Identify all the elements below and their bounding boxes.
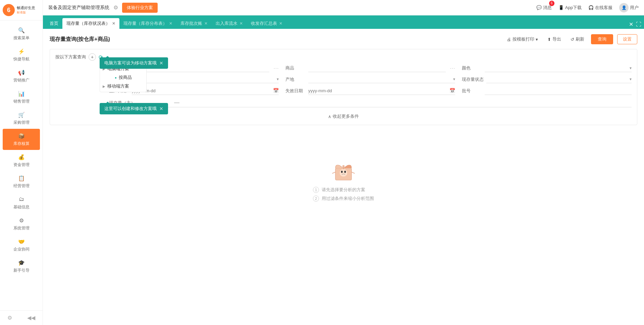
- empty-tips: 1 请先选择要分析的方案 2 用过滤条件来缩小分析范围: [313, 187, 374, 202]
- message-badge: 6: [549, 1, 554, 6]
- size-select[interactable]: ▾: [132, 75, 279, 83]
- sidebar-item-sysconfig[interactable]: ⚙ 系统管理: [0, 213, 43, 234]
- page-title-bar: 现存量查询(按仓库+商品) 🖨 按模板打印 ▾ ⬆ 导出 ↺ 刷新: [50, 34, 637, 44]
- sidebar-item-finance[interactable]: 💰 资金管理: [0, 150, 43, 171]
- tab-inventory-status[interactable]: 现存量（库存状况表） ✕: [62, 18, 119, 29]
- svg-point-5: [343, 165, 344, 167]
- print-dropdown-icon: ▾: [536, 37, 538, 42]
- tab-close-collect-summary[interactable]: ✕: [279, 21, 282, 26]
- app-download-button[interactable]: 📱 App下载: [558, 5, 582, 11]
- filter-header-label: 按以下方案查询: [55, 54, 86, 60]
- goods-input[interactable]: [308, 64, 446, 72]
- tab-home[interactable]: 首页: [46, 18, 62, 29]
- origin-select-arrow: ▾: [453, 77, 455, 82]
- page-inner: 现存量查询(按仓库+商品) 🖨 按模板打印 ▾ ⬆ 导出 ↺ 刷新: [43, 29, 644, 325]
- tab-close-inventory-dist[interactable]: ✕: [169, 21, 172, 26]
- color-select[interactable]: ▾: [485, 64, 632, 72]
- batch-input[interactable]: [485, 87, 632, 95]
- app-download-icon: 📱: [558, 5, 564, 10]
- sidebar-item-sales[interactable]: 📊 销售管理: [0, 87, 43, 108]
- tab-close-inout-flow[interactable]: ✕: [239, 21, 243, 26]
- tab-batch-ledger[interactable]: 库存批次账 ✕: [176, 18, 212, 29]
- sidebar-collapse-icon[interactable]: ◀◀: [27, 315, 35, 321]
- tab-close-batch-ledger[interactable]: ✕: [204, 21, 208, 26]
- main-area: 装备及固定资产辅助管理系统 ⚙ 体验行业方案 💬 6 消息 📱 App下载 🎧 …: [43, 0, 644, 325]
- header-left: 装备及固定资产辅助管理系统 ⚙ 体验行业方案: [48, 3, 158, 13]
- sidebar-item-basicinfo[interactable]: 🗂 基础信息: [0, 192, 43, 213]
- inventory-range-input: —: [138, 98, 632, 107]
- tip-num-2: 2: [313, 196, 319, 202]
- filter-row-color: 颜色 ▾: [462, 64, 632, 72]
- sidebar-item-inventory[interactable]: 📦 库存核算: [3, 129, 40, 150]
- tab-collect-summary[interactable]: 收发存汇总表 ✕: [247, 18, 286, 29]
- export-button[interactable]: ⬆ 导出: [545, 35, 564, 44]
- filter-fields-wrapper: 仓库 ⋯ 商品 ⋯ 颜色 ▾: [109, 64, 632, 107]
- scheme-tooltip1-close[interactable]: ✕: [159, 60, 163, 66]
- sidebar-nav: 🔍 搜索菜单 ⚡ 快捷导航 📢 营销推广 📊 销售管理 🛒 采购管理 📦 库存核…: [0, 20, 43, 310]
- expire-date-input[interactable]: [308, 88, 449, 93]
- print-button[interactable]: 🖨 按模板打印 ▾: [504, 35, 541, 44]
- scheme-tooltip2-wrapper: 这里可以创建和修改方案哦 ✕: [100, 103, 168, 114]
- empty-state: 1 请先选择要分析的方案 2 用过滤条件来缩小分析范围: [50, 129, 637, 228]
- scheme-tree-mobile[interactable]: ▶ 移动端方案: [100, 82, 146, 91]
- settings-icon[interactable]: ⚙: [113, 4, 118, 11]
- tab-maximize[interactable]: ⛶: [636, 21, 641, 28]
- produce-date-calendar-icon[interactable]: 📅: [273, 88, 279, 93]
- inv-status-select[interactable]: ▾: [486, 75, 632, 83]
- tab-inventory-dist[interactable]: 现存量（库存分布表） ✕: [119, 18, 176, 29]
- svg-line-7: [352, 172, 355, 173]
- basicinfo-icon: 🗂: [18, 196, 25, 203]
- svg-point-3: [344, 171, 346, 173]
- scheme-tooltip2-close[interactable]: ✕: [159, 106, 163, 111]
- refresh-button[interactable]: ↺ 刷新: [568, 35, 587, 44]
- origin-select[interactable]: ▾: [308, 75, 455, 83]
- collab-icon: 🤝: [18, 238, 25, 245]
- online-service-button[interactable]: 🎧 在线客服: [588, 5, 612, 11]
- inventory-max-input[interactable]: [182, 100, 216, 105]
- app-download-label: App下载: [565, 5, 582, 11]
- scheme-sub-by-goods[interactable]: ● 按商品: [107, 73, 146, 82]
- inv-status-select-arrow: ▾: [630, 77, 632, 82]
- sidebar-item-purchase[interactable]: 🛒 采购管理: [0, 108, 43, 129]
- svg-point-1: [340, 169, 347, 176]
- scheme-tooltip1-text: 电脑方案可设为移动方案哦: [104, 60, 157, 66]
- top-header: 装备及固定资产辅助管理系统 ⚙ 体验行业方案 💬 6 消息 📱 App下载 🎧 …: [43, 0, 644, 15]
- tab-close-all[interactable]: ✕: [629, 21, 633, 28]
- expire-date-calendar-icon[interactable]: 📅: [449, 88, 455, 93]
- size-select-arrow: ▾: [277, 77, 279, 82]
- tab-close-inventory-status[interactable]: ✕: [112, 21, 115, 26]
- user-label: 用户: [630, 5, 639, 11]
- query-button[interactable]: 查询: [591, 34, 613, 44]
- filter-row-expire-date: 失效日期 📅: [285, 87, 455, 95]
- sidebar: 6 畅通好生意 标准版 🔍 搜索菜单 ⚡ 快捷导航 📢 营销推广 📊 销售管理 …: [0, 0, 43, 325]
- sidebar-item-marketing[interactable]: 📢 营销推广: [0, 65, 43, 87]
- filter-section: 按以下方案查询 + ⟳ ⟵ 电脑方案可设为移动方案哦 ✕: [50, 49, 637, 125]
- expire-date-input-wrapper: 📅: [308, 87, 455, 95]
- logo-text: 畅通好生意 标准版: [17, 5, 35, 14]
- filter-add-scheme-button[interactable]: +: [89, 53, 96, 61]
- svg-point-2: [341, 171, 343, 173]
- sidebar-item-operations[interactable]: 📋 经营管理: [0, 171, 43, 192]
- operations-icon: 📋: [18, 174, 25, 182]
- sidebar-item-guide[interactable]: 🎓 新手引导: [0, 256, 43, 277]
- produce-date-input[interactable]: [132, 88, 273, 93]
- goods-dots-icon[interactable]: ⋯: [450, 65, 455, 71]
- user-profile[interactable]: 👤 用户: [619, 3, 639, 12]
- warehouse-dots-icon[interactable]: ⋯: [273, 65, 279, 71]
- scheme-tooltip1: 电脑方案可设为移动方案哦 ✕: [100, 57, 168, 69]
- sidebar-item-search[interactable]: 🔍 搜索菜单: [0, 23, 43, 44]
- sales-icon: 📊: [18, 90, 25, 97]
- message-button[interactable]: 💬 6 消息: [536, 5, 552, 11]
- page-title: 现存量查询(按仓库+商品): [50, 36, 110, 43]
- scheme-tree-area: 电脑方案可设为移动方案哦 ✕: [100, 49, 168, 69]
- sidebar-item-quicknav[interactable]: ⚡ 快捷导航: [0, 44, 43, 65]
- sidebar-item-collab[interactable]: 🤝 企业协同: [0, 234, 43, 256]
- setting-button[interactable]: 设置: [617, 34, 637, 44]
- tab-inout-flow[interactable]: 出入库流水 ✕: [212, 18, 247, 29]
- dot-indicator: ●: [115, 76, 117, 79]
- batch-label: 批号: [462, 88, 482, 94]
- sysconfig-icon: ⚙: [18, 217, 25, 224]
- trial-button[interactable]: 体验行业方案: [122, 3, 158, 13]
- sidebar-settings-icon[interactable]: ⚙: [7, 315, 12, 321]
- finance-icon: 💰: [18, 153, 25, 161]
